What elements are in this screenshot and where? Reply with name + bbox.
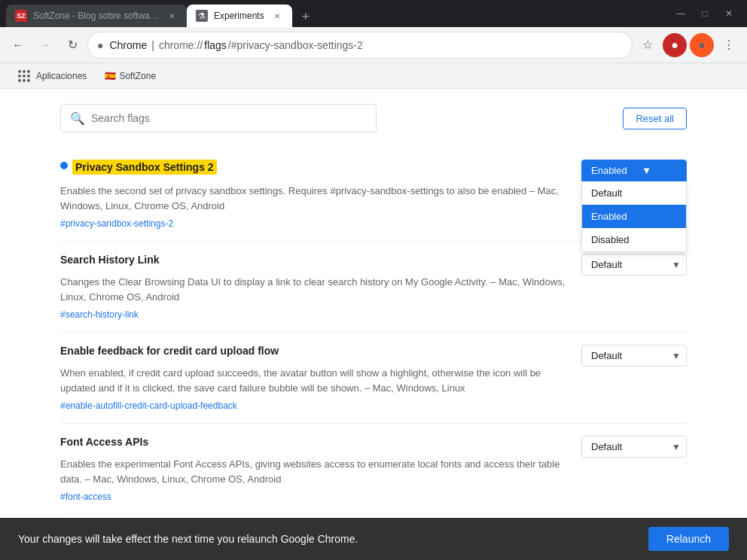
nav-bar: ← → ↻ ● Chrome | chrome://flags/#privacy… (0, 27, 747, 63)
dropdown-option-disabled[interactable]: Disabled (582, 228, 686, 251)
flag-title-credit-card: Enable feedback for credit card upload f… (60, 345, 279, 357)
tab-experiments-title: Experiments (214, 11, 265, 21)
flag-description-font-access: Enables the experimental Font Access API… (60, 457, 566, 486)
flags-list: Privacy Sandbox Settings 2 Enables the s… (0, 148, 747, 518)
address-separator: | (151, 39, 154, 51)
apps-bookmark[interactable]: Aplicaciones (9, 64, 93, 88)
tabs-area: SZ SoftZone - Blog sobre software, ✕ ⚗ E… (6, 0, 675, 27)
tab-softzone-title: SoftZone - Blog sobre software, (33, 11, 160, 21)
tab-experiments[interactable]: ⚗ Experiments ✕ (187, 5, 292, 27)
extensions-button[interactable]: ● (663, 33, 687, 57)
dropdown-wrapper-search-history: Default Enabled Disabled ▼ (581, 254, 687, 275)
flag-control-privacy-sandbox: Enabled ▼ Default Enabled Disabled (581, 160, 687, 181)
flag-item-font-access: Font Access APIs Enables the experimenta… (60, 424, 687, 515)
refresh-button[interactable]: ↻ (60, 33, 84, 57)
apps-icon (15, 67, 33, 85)
dropdown-select-search-history[interactable]: Default Enabled Disabled (581, 254, 687, 275)
profile-button[interactable]: ● (690, 33, 714, 57)
flag-control-credit-card: Default Enabled Disabled ▼ (581, 345, 687, 367)
dropdown-option-enabled[interactable]: Enabled (582, 205, 686, 228)
flag-description-search-history: Changes the Clear Browsing Data UI to di… (60, 275, 566, 304)
maximize-button[interactable]: □ (699, 8, 711, 20)
address-protocol: chrome:// (159, 39, 203, 51)
dropdown-wrapper-font-access: Default Enabled Disabled ▼ (581, 436, 687, 458)
dropdown-select-font-access[interactable]: Default Enabled Disabled (581, 436, 687, 458)
menu-button[interactable]: ⋮ (717, 33, 741, 57)
notification-bar: Your changes will take effect the next t… (0, 518, 747, 560)
address-bar[interactable]: ● Chrome | chrome://flags/#privacy-sandb… (87, 32, 633, 59)
flag-content-font-access: Font Access APIs Enables the experimenta… (60, 436, 566, 502)
forward-button[interactable]: → (33, 33, 57, 57)
dropdown-select-credit-card[interactable]: Default Enabled Disabled (581, 345, 687, 367)
minimize-button[interactable]: — (675, 8, 687, 20)
dropdown-menu-privacy-sandbox: Default Enabled Disabled (581, 181, 687, 252)
title-bar: SZ SoftZone - Blog sobre software, ✕ ⚗ E… (0, 0, 747, 27)
tab-softzone[interactable]: SZ SoftZone - Blog sobre software, ✕ (6, 5, 187, 27)
browser-chrome: SZ SoftZone - Blog sobre software, ✕ ⚗ E… (0, 0, 747, 89)
flag-item-search-history: Search History Link Changes the Clear Br… (60, 242, 687, 333)
back-button[interactable]: ← (6, 33, 30, 57)
flag-link-font-access[interactable]: #font-access (60, 492, 111, 502)
address-bar-lock-icon: ● (97, 39, 103, 51)
softzone-label: SoftZone (119, 71, 156, 81)
address-path: /#privacy-sandbox-settings-2 (228, 39, 363, 51)
page-content: 🔍 Reset all Privacy Sandbox Settings 2 E… (0, 89, 747, 518)
flag-control-font-access: Default Enabled Disabled ▼ (581, 436, 687, 458)
flag-indicator-privacy-sandbox (60, 162, 68, 169)
flag-title-search-history: Search History Link (60, 254, 160, 266)
bookmarks-bar: Aplicaciones 🇪🇸 SoftZone (0, 63, 747, 89)
flag-title-row-font-access: Font Access APIs (60, 436, 566, 452)
address-flags: flags (204, 39, 227, 51)
flag-control-search-history: Default Enabled Disabled ▼ (581, 254, 687, 275)
flag-title-row-privacy-sandbox: Privacy Sandbox Settings 2 (60, 160, 566, 179)
flag-title-row-search-history: Search History Link (60, 254, 566, 270)
dropdown-wrapper-privacy-sandbox: Enabled ▼ Default Enabled Disabled (581, 160, 687, 181)
search-icon: 🔍 (70, 111, 85, 126)
flag-link-privacy-sandbox[interactable]: #privacy-sandbox-settings-2 (60, 218, 173, 229)
tab-softzone-favicon: SZ (15, 10, 27, 22)
flag-link-search-history[interactable]: #search-history-link (60, 309, 139, 320)
search-box[interactable]: 🔍 (60, 104, 377, 132)
flags-header: 🔍 Reset all (0, 89, 747, 148)
dropdown-trigger-privacy-sandbox[interactable]: Enabled ▼ (581, 160, 687, 181)
dropdown-wrapper-credit-card: Default Enabled Disabled ▼ (581, 345, 687, 367)
dropdown-value-privacy-sandbox: Enabled (591, 165, 627, 176)
tab-experiments-close[interactable]: ✕ (271, 10, 283, 22)
apps-label: Aplicaciones (36, 71, 87, 81)
flag-link-credit-card[interactable]: #enable-autofill-credit-card-upload-feed… (60, 400, 237, 411)
flag-description-privacy-sandbox: Enables the second set of privacy sandbo… (60, 184, 566, 213)
flag-title-row-credit-card: Enable feedback for credit card upload f… (60, 345, 566, 361)
softzone-bookmark[interactable]: 🇪🇸 SoftZone (99, 68, 162, 84)
softzone-flag-icon: 🇪🇸 (105, 71, 116, 81)
bookmark-button[interactable]: ☆ (636, 33, 660, 57)
window-controls: — □ ✕ (675, 8, 741, 20)
reset-all-button[interactable]: Reset all (623, 108, 687, 129)
flag-title-font-access: Font Access APIs (60, 436, 148, 448)
close-button[interactable]: ✕ (723, 8, 735, 20)
notification-message: Your changes will take effect the next t… (18, 533, 358, 545)
tab-experiments-favicon: ⚗ (196, 10, 208, 22)
flag-title-privacy-sandbox: Privacy Sandbox Settings 2 (72, 160, 217, 175)
flag-item-privacy-sandbox: Privacy Sandbox Settings 2 Enables the s… (60, 148, 687, 242)
dropdown-option-default[interactable]: Default (582, 181, 686, 205)
address-domain: Chrome (109, 39, 147, 51)
relaunch-button[interactable]: Relaunch (648, 527, 729, 551)
flag-content-privacy-sandbox: Privacy Sandbox Settings 2 Enables the s… (60, 160, 566, 229)
search-input[interactable] (91, 112, 367, 124)
flag-item-credit-card: Enable feedback for credit card upload f… (60, 333, 687, 424)
flag-description-credit-card: When enabled, if credit card upload succ… (60, 366, 566, 395)
new-tab-button[interactable]: + (295, 6, 316, 27)
nav-actions: ☆ ● ● ⋮ (636, 33, 741, 57)
address-text: Chrome | chrome://flags/#privacy-sandbox… (109, 39, 623, 51)
flag-content-credit-card: Enable feedback for credit card upload f… (60, 345, 566, 411)
flag-content-search-history: Search History Link Changes the Clear Br… (60, 254, 566, 320)
tab-softzone-close[interactable]: ✕ (166, 10, 178, 22)
